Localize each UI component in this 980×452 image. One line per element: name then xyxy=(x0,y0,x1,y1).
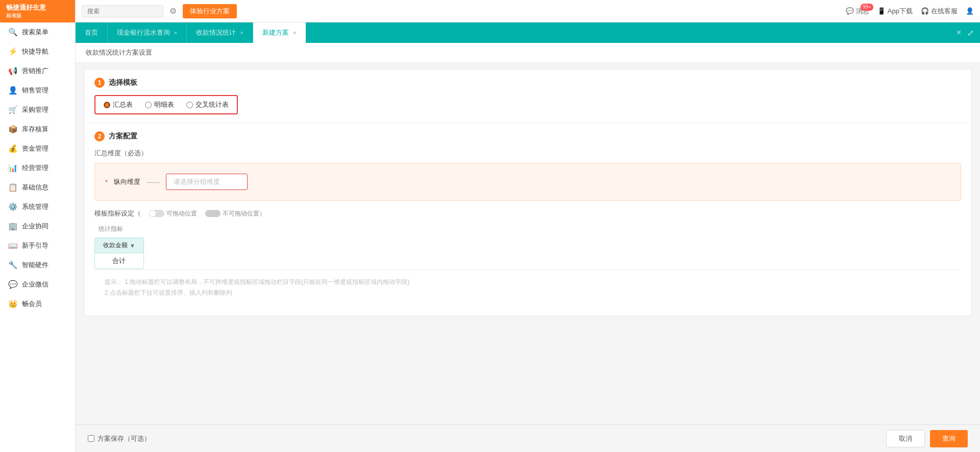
sidebar-item-search[interactable]: 🔍 搜索菜单 xyxy=(0,22,75,42)
radio-summary-label: 汇总表 xyxy=(113,100,133,109)
sidebar-item-label: 经营管理 xyxy=(22,163,48,173)
vertical-dimension-label: 纵向维度 xyxy=(114,177,140,186)
section2-title: 2 方案配置 xyxy=(94,131,961,141)
page-title: 收款情况统计方案设置 xyxy=(86,49,152,56)
not-draggable-toggle-icon xyxy=(205,210,220,217)
message-button[interactable]: 💬 消息 99+ xyxy=(846,7,869,16)
message-badge: 99+ xyxy=(861,4,873,11)
basic-info-icon: 📋 xyxy=(8,183,18,192)
indicator-header: 模板指标设定（ 可拖动位置 不可拖动位置） xyxy=(94,209,961,218)
radio-cross[interactable]: 交叉统计表 xyxy=(186,100,229,109)
dimension-area: * 纵向维度 —— 请选择分组维度 xyxy=(94,163,961,201)
tab-cash-flow-label: 现金银行流水查询 xyxy=(117,28,170,37)
content-area: 收款情况统计方案设置 1 选择模板 汇总表 xyxy=(76,43,980,424)
radio-detail-input[interactable] xyxy=(145,102,152,108)
sidebar-item-member[interactable]: 👑 畅会员 xyxy=(0,294,75,314)
system-icon: ⚙️ xyxy=(8,202,18,211)
radio-detail[interactable]: 明细表 xyxy=(145,100,174,109)
logo: 畅捷通好生意 标准版 xyxy=(0,0,75,22)
dimension-row: * 纵向维度 —— 请选择分组维度 xyxy=(105,174,950,190)
indicator-column-label: 收款金额 xyxy=(103,241,128,250)
tab-home[interactable]: 首页 xyxy=(76,22,108,43)
radio-cross-input[interactable] xyxy=(186,102,193,108)
sidebar-item-label: 基础信息 xyxy=(22,183,48,192)
topbar: ⚙ 体验行业方案 💬 消息 99+ 📱 App下载 🎧 在线客服 👤 xyxy=(76,0,980,22)
indicator-column-header[interactable]: 收款金额 ▼ xyxy=(95,238,143,253)
sidebar-item-label: 库存核算 xyxy=(22,125,48,134)
sidebar-item-wechat[interactable]: 💬 企业微信 xyxy=(0,275,75,294)
wechat-icon: 💬 xyxy=(8,280,18,289)
sidebar-item-label: 企业微信 xyxy=(22,280,48,289)
indicator-table: 收款金额 ▼ 合计 xyxy=(94,237,144,269)
logo-edition: 标准版 xyxy=(6,12,46,19)
tips-section: 提示： 1.拖动标题栏可以调整布局，不可跨维度或指标区域拖动栏目字段(只能在同一… xyxy=(94,269,961,307)
form-content: 1 选择模板 汇总表 明细表 xyxy=(84,69,972,316)
tab-new-plan-label: 新建方案 xyxy=(262,28,289,37)
search-input[interactable] xyxy=(82,5,163,17)
cancel-button[interactable]: 取消 xyxy=(886,430,925,447)
footer-bar: 方案保存（可选） 取消 查询 xyxy=(76,424,980,452)
indicator-settings-label: 模板指标设定（ xyxy=(94,209,141,218)
sidebar-item-finance[interactable]: 💰 资金管理 xyxy=(0,139,75,158)
topbar-right: 💬 消息 99+ 📱 App下载 🎧 在线客服 👤 xyxy=(846,7,974,16)
window-expand-icon[interactable]: ⤢ xyxy=(967,28,974,38)
tab-new-plan[interactable]: 新建方案 × xyxy=(253,22,306,43)
tab-cash-flow-close[interactable]: × xyxy=(174,30,177,36)
section2-number: 2 xyxy=(94,131,105,141)
sidebar-item-guide[interactable]: 📖 新手引导 xyxy=(0,236,75,255)
sidebar-item-system[interactable]: ⚙️ 系统管理 xyxy=(0,197,75,217)
sidebar-item-label: 销售管理 xyxy=(22,86,48,95)
trial-button[interactable]: 体验行业方案 xyxy=(183,4,237,18)
sidebar-item-hardware[interactable]: 🔧 智能硬件 xyxy=(0,255,75,275)
guide-icon: 📖 xyxy=(8,241,18,250)
dimension-select[interactable]: 请选择分组维度 xyxy=(166,174,248,190)
draggable-toggle-icon xyxy=(149,210,164,217)
tab-new-plan-close[interactable]: × xyxy=(293,30,296,36)
indicator-category-label: 统计指标 xyxy=(99,225,123,233)
service-icon: 🎧 xyxy=(921,7,929,15)
sidebar-item-label: 系统管理 xyxy=(22,202,48,211)
indicator-section: 模板指标设定（ 可拖动位置 不可拖动位置） xyxy=(94,209,961,269)
footer-save: 方案保存（可选） xyxy=(88,434,151,443)
search-menu-icon: 🔍 xyxy=(8,28,18,37)
page-header: 收款情况统计方案设置 xyxy=(76,43,980,63)
sidebar-item-marketing[interactable]: 📢 营销推广 xyxy=(0,61,75,81)
tab-cash-flow[interactable]: 现金银行流水查询 × xyxy=(108,22,187,43)
gear-icon[interactable]: ⚙ xyxy=(169,6,177,16)
sidebar-item-purchase[interactable]: 🛒 采购管理 xyxy=(0,100,75,120)
save-checkbox[interactable] xyxy=(88,435,94,442)
radio-summary[interactable]: 汇总表 xyxy=(104,100,133,109)
tab-collection-stats[interactable]: 收款情况统计 × xyxy=(187,22,253,43)
sidebar-item-basic-info[interactable]: 📋 基础信息 xyxy=(0,178,75,197)
indicator-table-wrap: 统计指标 收款金额 ▼ 合计 xyxy=(94,222,961,269)
section1-label: 选择模板 xyxy=(109,78,137,87)
sidebar-item-quick-nav[interactable]: ⚡ 快捷导航 xyxy=(0,42,75,61)
sidebar-item-management[interactable]: 📊 经营管理 xyxy=(0,158,75,178)
tab-collection-stats-close[interactable]: × xyxy=(240,30,243,36)
inventory-icon: 📦 xyxy=(8,125,18,134)
main-area: ⚙ 体验行业方案 💬 消息 99+ 📱 App下载 🎧 在线客服 👤 首页 xyxy=(76,0,980,452)
sidebar-item-label: 营销推广 xyxy=(22,66,48,76)
radio-summary-input[interactable] xyxy=(104,102,110,108)
sales-icon: 👤 xyxy=(8,86,18,95)
not-draggable-tag: 不可拖动位置） xyxy=(205,209,265,218)
user-icon: 👤 xyxy=(966,7,974,15)
user-avatar[interactable]: 👤 xyxy=(966,7,974,15)
sidebar-item-inventory[interactable]: 📦 库存核算 xyxy=(0,120,75,139)
section2-label: 方案配置 xyxy=(109,132,137,141)
radio-detail-label: 明细表 xyxy=(154,100,174,109)
window-close-icon[interactable]: × xyxy=(957,28,961,37)
sidebar-item-label: 新手引导 xyxy=(22,241,48,250)
sidebar-item-label: 搜索菜单 xyxy=(22,28,48,37)
sidebar-item-label: 资金管理 xyxy=(22,144,48,153)
dimension-title: 汇总维度（必选） xyxy=(94,149,961,158)
draggable-tag: 可拖动位置 xyxy=(149,209,197,218)
app-download-button[interactable]: 📱 App下载 xyxy=(877,7,913,16)
online-service-button[interactable]: 🎧 在线客服 xyxy=(921,7,958,16)
query-button[interactable]: 查询 xyxy=(930,430,968,447)
tip1: 提示： 1.拖动标题栏可以调整布局，不可跨维度或指标区域拖动栏目字段(只能在同一… xyxy=(105,278,951,287)
section-plan-config: 2 方案配置 汇总维度（必选） * 纵向维度 —— 请选择分组维度 xyxy=(84,123,971,316)
sidebar-item-enterprise[interactable]: 🏢 企业协同 xyxy=(0,217,75,236)
sidebar-item-sales[interactable]: 👤 销售管理 xyxy=(0,81,75,100)
footer-actions: 取消 查询 xyxy=(886,430,968,447)
